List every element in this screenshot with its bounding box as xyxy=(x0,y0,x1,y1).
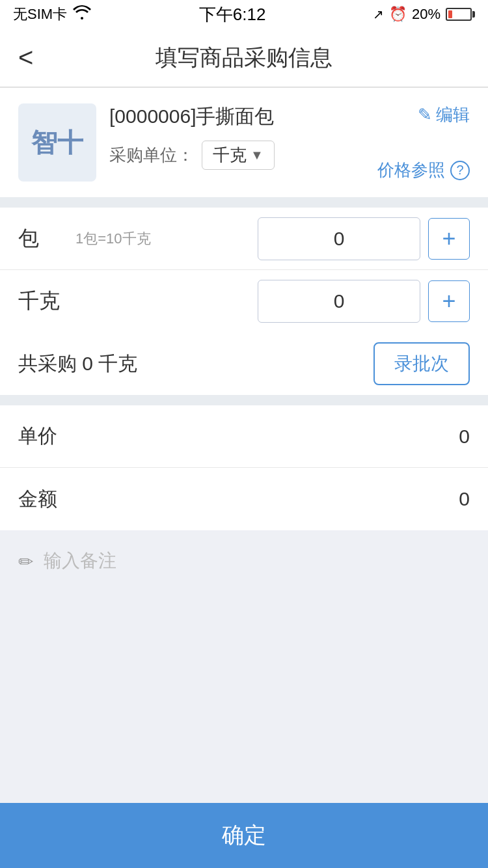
edit-icon: ✎ xyxy=(418,105,432,125)
status-bar: 无SIM卡 下午6:12 ↗ ⏰ 20% xyxy=(0,0,488,29)
unit-value: 千克 xyxy=(213,144,247,167)
confirm-button[interactable]: 确定 xyxy=(0,803,488,868)
page-title: 填写商品采购信息 xyxy=(156,43,332,73)
battery-text: 20% xyxy=(412,6,441,23)
status-carrier: 无SIM卡 xyxy=(13,5,92,24)
record-batch-button[interactable]: 录批次 xyxy=(373,342,470,385)
section-divider-2 xyxy=(0,395,488,405)
help-icon: ? xyxy=(450,161,470,180)
kg-label: 千克 xyxy=(18,287,70,316)
battery-icon xyxy=(446,8,475,21)
product-logo: 智十 xyxy=(31,125,83,161)
nav-bar: < 填写商品采购信息 xyxy=(0,29,488,87)
status-time: 下午6:12 xyxy=(199,3,266,26)
summary-text: 共采购 0 千克 xyxy=(18,351,137,377)
bag-label: 包 xyxy=(18,224,70,253)
section-divider-1 xyxy=(0,197,488,208)
back-button[interactable]: < xyxy=(18,43,33,72)
location-icon: ↗ xyxy=(373,7,384,22)
remark-placeholder: 输入备注 xyxy=(44,549,116,573)
unit-price-value: 0 xyxy=(459,426,470,448)
remark-section[interactable]: ✏ 输入备注 xyxy=(0,530,488,634)
kg-input[interactable]: 0 xyxy=(258,280,420,323)
wifi-icon xyxy=(72,5,92,23)
kg-plus-button[interactable]: + xyxy=(428,280,470,322)
unit-price-row: 单价 0 xyxy=(0,405,488,468)
summary-row: 共采购 0 千克 录批次 xyxy=(0,332,488,395)
amount-row: 金额 0 xyxy=(0,468,488,530)
alarm-icon: ⏰ xyxy=(389,6,407,23)
kg-input-row: 千克 0 + xyxy=(0,270,488,332)
pencil-icon: ✏ xyxy=(18,551,33,573)
unit-price-label: 单价 xyxy=(18,423,57,450)
unit-dropdown[interactable]: 千克 ▼ xyxy=(202,141,275,170)
kg-field-wrap: 0 + xyxy=(70,280,470,323)
product-image: 智十 xyxy=(18,103,96,182)
price-section: 单价 0 金额 0 xyxy=(0,405,488,530)
edit-button[interactable]: ✎ 编辑 xyxy=(418,103,470,126)
product-name: [0000006]手撕面包 xyxy=(109,103,470,130)
bag-sub-label: 1包=10千克 xyxy=(75,229,151,249)
bag-field-wrap: 0 + xyxy=(151,217,470,260)
chevron-down-icon: ▼ xyxy=(251,148,264,163)
bag-input[interactable]: 0 xyxy=(258,217,420,260)
product-card: 智十 [0000006]手撕面包 采购单位： 千克 ▼ ✎ 编辑 价格参照 ? xyxy=(0,88,488,197)
input-section: 包 1包=10千克 0 + 千克 0 + xyxy=(0,208,488,332)
amount-label: 金额 xyxy=(18,486,57,513)
unit-prefix: 采购单位： xyxy=(109,144,194,167)
bag-input-row: 包 1包=10千克 0 + xyxy=(0,208,488,270)
bag-plus-button[interactable]: + xyxy=(428,218,470,260)
amount-value: 0 xyxy=(459,488,470,510)
carrier-text: 无SIM卡 xyxy=(13,5,67,24)
price-ref-button[interactable]: 价格参照 ? xyxy=(377,159,470,182)
status-right: ↗ ⏰ 20% xyxy=(373,6,475,23)
